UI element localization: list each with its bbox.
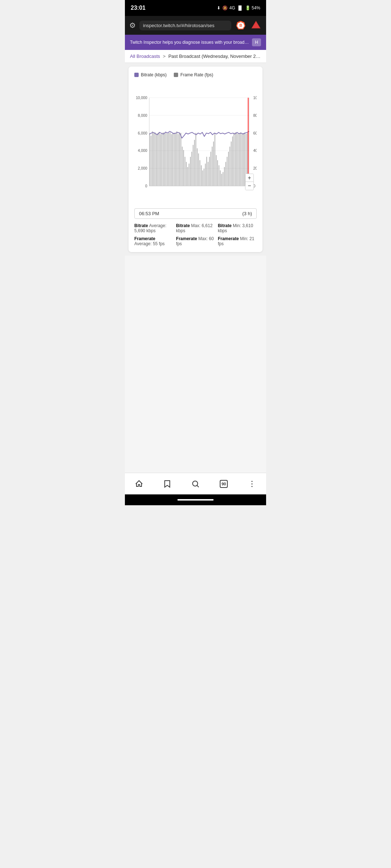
svg-text:40: 40 <box>253 149 257 153</box>
svg-rect-86 <box>235 132 236 186</box>
nav-bookmark-button[interactable] <box>158 477 176 491</box>
nav-tabs-button[interactable]: 90 <box>215 477 233 491</box>
svg-rect-80 <box>227 157 227 186</box>
svg-rect-30 <box>159 132 160 186</box>
svg-rect-54 <box>192 152 192 186</box>
svg-rect-69 <box>212 146 213 186</box>
svg-rect-26 <box>154 133 154 186</box>
svg-rect-89 <box>239 133 240 186</box>
svg-text:B: B <box>239 23 242 27</box>
status-bar: 23:01 ⬇ 🔕 4G ▐▌ 🔋 54% <box>125 0 266 16</box>
svg-rect-91 <box>242 134 243 186</box>
battery-icon: 🔋 54% <box>245 5 260 10</box>
nav-search-button[interactable] <box>186 477 205 491</box>
svg-rect-63 <box>204 169 205 186</box>
stat-framerate-avg: Framerate Average: 55 fps <box>134 236 173 246</box>
svg-text:100: 100 <box>253 96 257 100</box>
time-duration: (3 h) <box>242 211 252 216</box>
svg-text:6,000: 6,000 <box>138 131 147 135</box>
svg-text:20: 20 <box>253 166 257 170</box>
stat-framerate-max: Framerate Max: 60 fps <box>176 236 215 246</box>
svg-rect-50 <box>186 162 187 186</box>
chart-container[interactable]: 10,000 8,000 6,000 4,000 2,000 0 100 80 … <box>134 82 257 205</box>
zoom-in-button[interactable]: + <box>245 174 253 182</box>
stat-bitrate-avg-label: Bitrate <box>134 223 148 228</box>
svg-point-100 <box>193 481 198 486</box>
main-content-card: Bitrate (kbps) Frame Rate (fps) 10,000 8… <box>129 67 262 252</box>
svg-rect-67 <box>209 157 210 186</box>
nav-home-button[interactable] <box>130 477 148 491</box>
network-icon: 4G <box>230 5 235 10</box>
svg-rect-76 <box>221 174 222 186</box>
extension-icon <box>250 20 262 31</box>
browser-bar: ⚙ inspector.twitch.tv/#/hiirotosan/ses B <box>125 16 266 35</box>
chart-legend: Bitrate (kbps) Frame Rate (fps) <box>134 72 257 77</box>
zoom-controls[interactable]: + − <box>245 174 254 190</box>
svg-rect-84 <box>232 136 233 186</box>
svg-rect-60 <box>199 160 200 186</box>
status-time: 23:01 <box>131 5 146 11</box>
svg-rect-71 <box>215 133 215 186</box>
notifications-icon: 🔕 <box>222 5 228 10</box>
svg-rect-56 <box>194 140 195 186</box>
svg-point-102 <box>252 481 253 482</box>
svg-rect-85 <box>234 133 234 186</box>
svg-rect-29 <box>157 133 158 186</box>
svg-rect-32 <box>161 133 162 186</box>
svg-rect-62 <box>202 170 203 186</box>
svg-rect-43 <box>176 131 177 186</box>
legend-bitrate-label: Bitrate (kbps) <box>141 72 167 77</box>
svg-text:80: 80 <box>253 114 257 118</box>
stat-bitrate-max-label: Bitrate <box>176 223 190 228</box>
stat-framerate-min-label: Framerate <box>218 236 239 241</box>
zoom-out-button[interactable]: − <box>245 182 253 190</box>
svg-rect-66 <box>208 162 209 186</box>
svg-rect-73 <box>217 160 218 186</box>
svg-rect-70 <box>213 141 214 186</box>
stat-bitrate-min: Bitrate Min: 3,610 kbps <box>218 223 257 233</box>
svg-rect-61 <box>201 165 202 186</box>
svg-rect-37 <box>168 133 169 186</box>
all-broadcasts-link[interactable]: All Broadcasts <box>130 54 160 59</box>
svg-rect-79 <box>226 162 226 186</box>
svg-rect-57 <box>196 133 196 186</box>
stats-grid: Bitrate Average: 5,690 kbps Bitrate Max:… <box>134 223 257 246</box>
browser-url-bar[interactable]: inspector.twitch.tv/#/hiirotosan/ses <box>139 21 231 30</box>
breadcrumb-current: Past Broadcast (Wednesday, November 22, … <box>168 54 266 59</box>
info-banner-button[interactable]: H <box>252 38 261 46</box>
svg-rect-53 <box>190 157 191 186</box>
stat-bitrate-max: Bitrate Max: 6,612 kbps <box>176 223 215 233</box>
bluetooth-icon: ⬇ <box>217 5 220 10</box>
svg-rect-39 <box>171 134 172 186</box>
svg-rect-81 <box>228 152 229 186</box>
svg-point-104 <box>252 486 253 487</box>
stat-framerate-max-label: Framerate <box>176 236 197 241</box>
stat-framerate-min: Framerate Min: 21 fps <box>218 236 257 246</box>
svg-rect-45 <box>179 132 180 186</box>
svg-text:60: 60 <box>253 131 257 135</box>
svg-rect-87 <box>236 133 237 186</box>
svg-rect-83 <box>231 141 232 186</box>
signal-icon: ▐▌ <box>237 5 243 10</box>
svg-rect-55 <box>193 145 193 186</box>
svg-rect-25 <box>152 131 153 186</box>
svg-rect-58 <box>197 148 198 186</box>
breadcrumb-separator: > <box>163 54 166 59</box>
svg-rect-27 <box>155 132 155 186</box>
svg-text:0: 0 <box>145 184 147 188</box>
svg-rect-44 <box>178 134 178 186</box>
browser-menu-icon[interactable]: ⚙ <box>129 21 136 30</box>
svg-rect-48 <box>183 150 184 186</box>
bitrate-chart: 10,000 8,000 6,000 4,000 2,000 0 100 80 … <box>134 82 257 205</box>
time-range-bar[interactable]: 06:53 PM (3 h) <box>134 208 257 219</box>
stat-framerate-avg-value: Average: 55 fps <box>134 241 165 246</box>
svg-rect-64 <box>205 163 206 186</box>
nav-more-button[interactable] <box>243 477 261 491</box>
legend-bitrate: Bitrate (kbps) <box>134 72 167 77</box>
svg-rect-92 <box>243 133 244 186</box>
bottom-pill-bar <box>125 494 266 505</box>
svg-rect-41 <box>174 133 175 186</box>
svg-rect-68 <box>210 152 211 186</box>
tabs-count-badge: 90 <box>220 480 228 488</box>
svg-rect-65 <box>206 157 207 186</box>
